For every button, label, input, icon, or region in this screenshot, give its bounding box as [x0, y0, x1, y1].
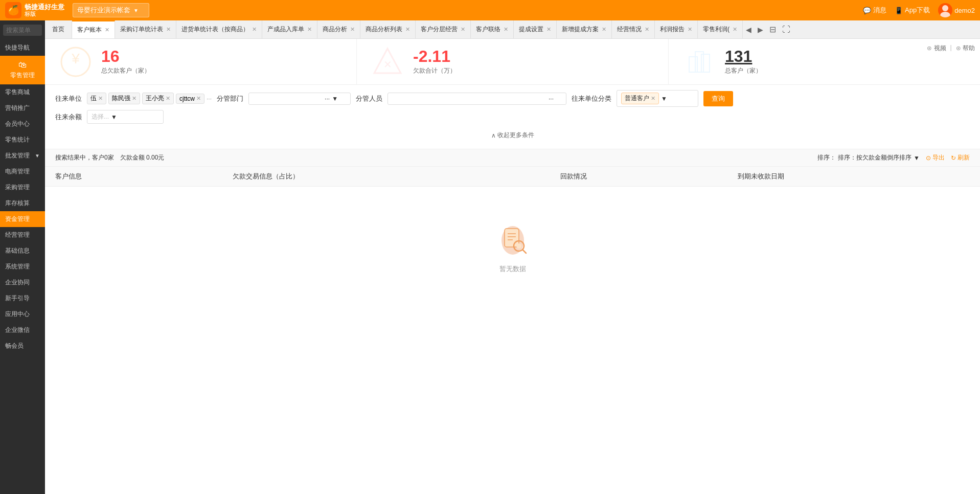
- sidebar-item-purchase[interactable]: 采购管理: [0, 179, 45, 195]
- filter-more-btn[interactable]: ···: [207, 95, 212, 102]
- results-summary: 搜索结果中，客户0家: [55, 153, 114, 162]
- tab-production-stock[interactable]: 产成品入库单 ✕: [262, 20, 317, 39]
- tab-close-profit[interactable]: ✕: [688, 26, 692, 33]
- stat-label-arrears: 欠款合计（万）: [413, 66, 456, 75]
- filter-tag-wang: 王小亮 ✕: [142, 93, 174, 104]
- tab-home[interactable]: 首页: [45, 20, 72, 39]
- video-help-btn[interactable]: ⊙ 视频: [927, 44, 946, 53]
- filter-person-label: 分管人员: [356, 94, 382, 103]
- company-selector[interactable]: 母婴行业演示帐套 ▼: [73, 3, 149, 17]
- help-btn[interactable]: ⊙ 帮助: [956, 44, 975, 53]
- filter-tag-chen: 陈民强 ✕: [108, 93, 140, 104]
- tab-zero-retail-profit[interactable]: 零售利润( ✕: [698, 20, 743, 39]
- stat-icon-all-customers: [684, 47, 715, 77]
- tab-close-new-commit[interactable]: ✕: [602, 26, 606, 33]
- sidebar-item-app-center[interactable]: 应用中心: [0, 306, 45, 322]
- tab-operations-status[interactable]: 经营情况 ✕: [612, 20, 655, 39]
- tab-customer-capital[interactable]: 客户账本 ✕: [72, 20, 115, 39]
- remove-wang-btn[interactable]: ✕: [166, 95, 170, 102]
- filter-person-select[interactable]: ···: [388, 93, 566, 105]
- search-input[interactable]: [3, 25, 42, 36]
- svg-point-16: [516, 243, 521, 249]
- top-bar-right: 💬 消息 📱 App下载 demo2: [863, 3, 975, 17]
- collapse-up-icon: ∧: [491, 132, 496, 139]
- tab-close-commit[interactable]: ✕: [546, 26, 551, 33]
- sort-selector[interactable]: 排序： 排序：按欠款金额倒序排序 ▼: [817, 153, 920, 162]
- sidebar-item-membership[interactable]: 会员中心: [0, 116, 45, 132]
- tab-close-incoming[interactable]: ✕: [252, 26, 257, 33]
- logo-icon: 🍊: [5, 2, 21, 18]
- tab-next-btn[interactable]: ▶: [755, 26, 766, 34]
- tab-close-segment[interactable]: ✕: [461, 26, 465, 33]
- stats-bar: ¥ 16 总欠款客户（家） ✕ -2.11: [45, 39, 980, 85]
- tab-close-customer-capital[interactable]: ✕: [105, 27, 109, 33]
- sidebar-item-basic-info[interactable]: 基础信息: [0, 243, 45, 259]
- filter-dept-select[interactable]: ··· ▼: [248, 93, 351, 105]
- filter-tag-group: 伍 ✕ 陈民强 ✕ 王小亮 ✕: [87, 93, 212, 104]
- content-area: 首页 客户账本 ✕ 采购订单统计表 ✕ 进货单统计表（按商品） ✕ 产成品入库单…: [45, 20, 980, 494]
- query-button[interactable]: 查询: [703, 91, 733, 106]
- filter-row-1: 往来单位 伍 ✕ 陈民强 ✕ 王小亮: [55, 90, 970, 107]
- tab-close-analysis[interactable]: ✕: [350, 26, 355, 33]
- svg-rect-8: [701, 54, 710, 72]
- sidebar-item-operations[interactable]: 经营管理: [0, 227, 45, 243]
- export-btn[interactable]: ⊙ 导出: [926, 153, 945, 162]
- top-bar: 🍊 畅捷通好生意 标版 母婴行业演示帐套 ▼ 💬 消息 📱 App下载: [0, 0, 980, 20]
- remove-cjttcw-btn[interactable]: ✕: [196, 95, 201, 102]
- tab-incoming-stats[interactable]: 进货单统计表（按商品） ✕: [176, 20, 262, 39]
- filter-unit-type-select[interactable]: 普通客户 ✕ ▼: [617, 90, 698, 107]
- tab-profit-report[interactable]: 利润报告 ✕: [655, 20, 698, 39]
- sidebar-item-corp-wechat[interactable]: 企业微信: [0, 322, 45, 338]
- stat-icon-arrears: ✕: [372, 47, 403, 77]
- remove-normal-customer-btn[interactable]: ✕: [651, 95, 655, 102]
- tab-prev-btn[interactable]: ◀: [743, 26, 755, 34]
- avatar: [938, 3, 952, 17]
- user-menu[interactable]: demo2: [938, 3, 975, 17]
- app-download-btn[interactable]: 📱 App下载: [895, 6, 930, 15]
- tab-close-analysis-list[interactable]: ✕: [405, 26, 410, 33]
- sidebar-item-marketing[interactable]: 营销推广: [0, 100, 45, 116]
- empty-icon: [492, 217, 533, 258]
- stat-info-customers: 16 总欠款客户（家）: [101, 48, 150, 75]
- remove-wu-btn[interactable]: ✕: [98, 95, 103, 102]
- tab-commit-settings[interactable]: 提成设置 ✕: [514, 20, 557, 39]
- filter-tag-normal-customer: 普通客户 ✕: [621, 93, 659, 104]
- tab-product-analysis[interactable]: 商品分析 ✕: [317, 20, 360, 39]
- sidebar-item-wholesale[interactable]: 批发管理▼: [0, 148, 45, 164]
- filter-balance-select[interactable]: 选择... ▼: [87, 110, 164, 124]
- collapse-btn[interactable]: ∧ 收起更多条件: [489, 129, 536, 142]
- sidebar-item-enterprise[interactable]: 企业协同: [0, 275, 45, 290]
- sidebar-item-finance[interactable]: 资金管理: [0, 211, 45, 227]
- logo-area[interactable]: 🍊 畅捷通好生意 标版: [5, 2, 64, 18]
- stat-label-customers: 总欠款客户（家）: [101, 66, 150, 75]
- sidebar-item-newbie[interactable]: 新手引导: [0, 290, 45, 306]
- sidebar-item-quick-nav[interactable]: 快捷导航: [0, 40, 45, 56]
- stat-icon-customers: ¥: [60, 47, 91, 77]
- filter-row-2: 往来余额 选择... ▼: [55, 110, 970, 124]
- tab-close-contact[interactable]: ✕: [504, 26, 508, 33]
- tab-close-zero-profit[interactable]: ✕: [733, 26, 737, 33]
- message-btn[interactable]: 💬 消息: [863, 6, 886, 15]
- sidebar-item-zero-mall[interactable]: 零售商城: [0, 84, 45, 100]
- tab-customer-contact[interactable]: 客户联络 ✕: [471, 20, 514, 39]
- sidebar-item-ecommerce[interactable]: 电商管理: [0, 164, 45, 179]
- tab-purchase-order-stats[interactable]: 采购订单统计表 ✕: [115, 20, 176, 39]
- message-icon: 💬: [863, 7, 871, 14]
- sidebar-item-system[interactable]: 系统管理: [0, 259, 45, 275]
- sidebar-item-member-vip[interactable]: 畅会员: [0, 338, 45, 354]
- tab-close-purchase[interactable]: ✕: [166, 26, 171, 33]
- tab-menu-btn[interactable]: ⊟: [766, 25, 779, 34]
- sidebar-item-inventory[interactable]: 库存核算: [0, 195, 45, 211]
- tab-close-production[interactable]: ✕: [307, 26, 312, 33]
- tab-fullscreen-btn[interactable]: ⛶: [779, 25, 793, 34]
- tab-close-ops[interactable]: ✕: [645, 26, 649, 33]
- tab-customer-segment[interactable]: 客户分层经营 ✕: [416, 20, 471, 39]
- tab-new-commit-plan[interactable]: 新增提成方案 ✕: [557, 20, 612, 39]
- main-area: 快捷导航 🛍 零售管理 零售商城 营销推广 会员中心 零售统计 批发管理▼ 电商…: [0, 20, 980, 494]
- refresh-btn[interactable]: ↻ 刷新: [951, 153, 970, 162]
- empty-state: 暂无数据: [45, 187, 980, 304]
- tab-product-analysis-list[interactable]: 商品分析列表 ✕: [360, 20, 416, 39]
- sidebar-item-retail-stats[interactable]: 零售统计: [0, 132, 45, 148]
- remove-chen-btn[interactable]: ✕: [132, 95, 136, 102]
- sidebar-item-zero-retail[interactable]: 🛍 零售管理: [0, 56, 45, 84]
